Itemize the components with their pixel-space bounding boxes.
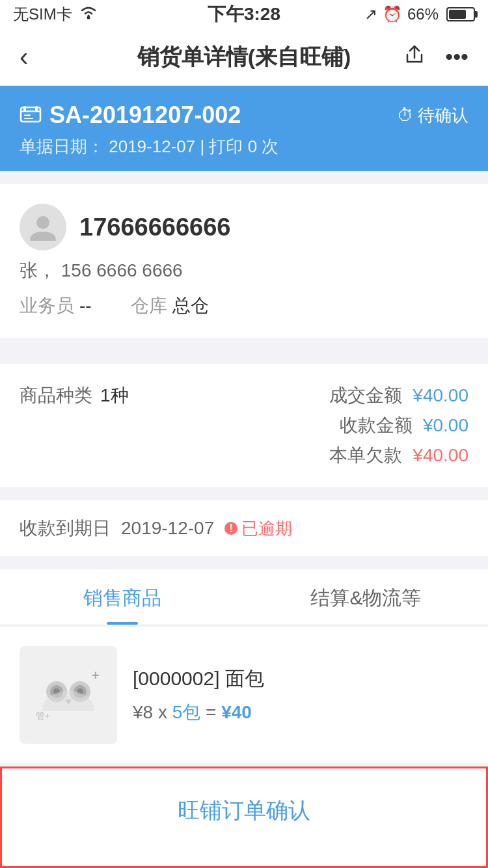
- transaction-value: ¥40.00: [413, 385, 468, 406]
- transaction-label: 成交金额: [329, 383, 402, 408]
- due-date-value: 2019-12-07: [121, 518, 214, 539]
- received-value: ¥0.00: [423, 415, 468, 436]
- customer-phone: 17666666666: [79, 213, 230, 241]
- product-name: [0000002] 面包: [133, 666, 468, 692]
- product-type-label: 商品种类: [20, 383, 92, 408]
- battery-percent: 66%: [407, 5, 439, 23]
- summary-left: 商品种类 1种: [20, 383, 129, 411]
- confirm-order-button[interactable]: 旺铺订单确认: [28, 781, 460, 840]
- due-date-label: 收款到期日: [20, 516, 111, 541]
- received-label: 收款金额: [340, 413, 413, 438]
- summary-right: 成交金额 ¥40.00 收款金额 ¥0.00 本单欠款 ¥40.00: [329, 383, 468, 468]
- svg-text:+: +: [92, 668, 100, 683]
- tab-settlement-logistics[interactable]: 结算&物流等: [244, 569, 488, 625]
- overdue-badge: ! 已逾期: [224, 517, 292, 540]
- confirm-btn-container: 旺铺订单确认: [0, 766, 488, 868]
- due-section: 收款到期日 2019-12-07 ! 已逾期: [0, 500, 488, 556]
- customer-meta: 业务员 -- 仓库 总仓: [20, 293, 468, 318]
- overdue-icon: !: [224, 522, 237, 535]
- battery-icon: [446, 7, 475, 21]
- svg-rect-2: [23, 106, 26, 111]
- owed-value: ¥40.00: [413, 445, 468, 466]
- status-time: 下午3:28: [208, 2, 280, 27]
- customer-top: 17666666666: [20, 204, 468, 251]
- product-type-value: 1种: [100, 383, 129, 408]
- owed-row: 本单欠款 ¥40.00: [329, 443, 468, 468]
- transaction-row: 成交金额 ¥40.00: [329, 383, 468, 408]
- product-total: ¥40: [221, 702, 252, 722]
- products-section: + 管+ [0000002] 面包 ¥8 x 5包 = ¥40: [0, 627, 488, 763]
- wifi-icon: [79, 5, 98, 23]
- salesperson-value: --: [79, 295, 92, 316]
- status-right: ↗ ⏰ 66%: [364, 5, 475, 23]
- svg-point-4: [36, 216, 49, 229]
- product-info: [0000002] 面包 ¥8 x 5包 = ¥40: [133, 666, 468, 725]
- svg-rect-3: [35, 106, 38, 111]
- salesperson-field: 业务员 --: [20, 293, 92, 318]
- customer-name: 张， 156 6666 6666: [20, 258, 468, 283]
- carrier-label: 无SIM卡: [13, 4, 72, 25]
- product-quantity: 5包: [172, 702, 201, 722]
- avatar: [20, 204, 66, 251]
- customer-section: 17666666666 张， 156 6666 6666 业务员 -- 仓库 总…: [0, 184, 488, 338]
- owed-label: 本单欠款: [329, 443, 402, 468]
- nav-actions: •••: [403, 44, 468, 71]
- order-date-row: 单据日期： 2019-12-07 | 打印 0 次: [20, 135, 468, 158]
- alarm-icon: ⏰: [383, 5, 402, 23]
- share-icon[interactable]: [403, 44, 426, 71]
- warehouse-value: 总仓: [172, 293, 209, 318]
- back-button[interactable]: ‹: [13, 36, 34, 78]
- order-id-row: SA-20191207-002 ⏱ 待确认: [20, 102, 468, 129]
- more-button[interactable]: •••: [445, 44, 468, 70]
- location-icon: ↗: [364, 5, 377, 23]
- order-id: SA-20191207-002: [20, 102, 241, 129]
- summary-section: 商品种类 1种 成交金额 ¥40.00 收款金额 ¥0.00 本单欠款 ¥40.…: [0, 364, 488, 487]
- order-id-icon: [20, 102, 42, 129]
- status-clock-icon: ⏱: [397, 105, 414, 126]
- warehouse-label: 仓库: [131, 293, 167, 318]
- nav-bar: ‹ 销货单详情(来自旺铺) •••: [0, 29, 488, 86]
- product-item: + 管+ [0000002] 面包 ¥8 x 5包 = ¥40: [0, 627, 488, 763]
- svg-point-0: [87, 16, 90, 20]
- page-title: 销货单详情(来自旺铺): [137, 42, 351, 72]
- product-price-row: ¥8 x 5包 = ¥40: [133, 700, 468, 725]
- product-thumbnail: + 管+: [20, 646, 117, 744]
- tab-underline: [107, 622, 138, 625]
- received-row: 收款金额 ¥0.00: [340, 413, 468, 438]
- tab-sales-products[interactable]: 销售商品: [0, 569, 244, 625]
- status-bar: 无SIM卡 下午3:28 ↗ ⏰ 66%: [0, 0, 488, 29]
- divider-1: [0, 338, 488, 351]
- overdue-text: 已逾期: [241, 517, 292, 540]
- tabs-container: 销售商品 结算&物流等: [0, 569, 488, 625]
- status-left: 无SIM卡: [13, 4, 98, 25]
- svg-text:管+: 管+: [36, 711, 50, 721]
- order-header: SA-20191207-002 ⏱ 待确认 单据日期： 2019-12-07 |…: [0, 86, 488, 171]
- salesperson-label: 业务员: [20, 293, 74, 318]
- order-status: ⏱ 待确认: [397, 104, 468, 127]
- warehouse-field: 仓库 总仓: [131, 293, 209, 318]
